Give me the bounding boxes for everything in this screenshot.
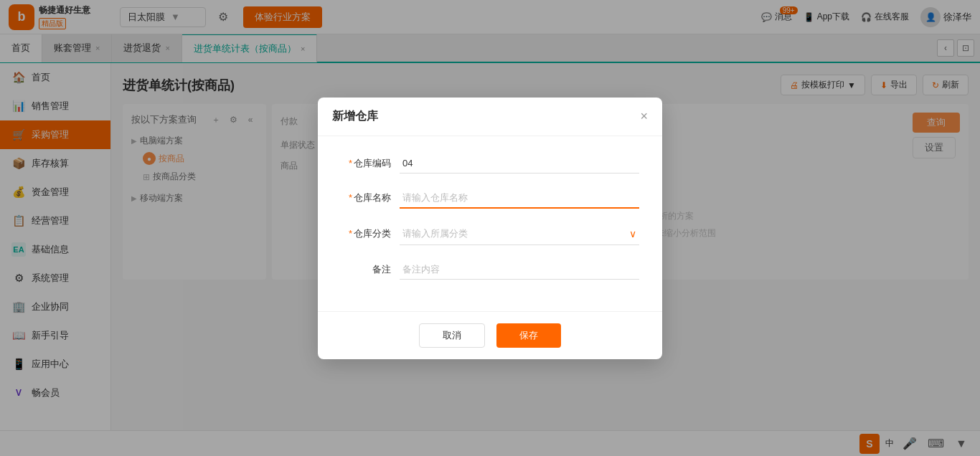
modal-header: 新增仓库 × [318, 98, 662, 136]
cancel-button[interactable]: 取消 [419, 323, 485, 348]
form-row-code: *仓库编码 [341, 153, 639, 174]
required-star-code: * [349, 158, 352, 168]
form-label-remark: 备注 [341, 263, 391, 276]
modal-footer: 取消 保存 [318, 311, 662, 359]
warehouse-name-input[interactable] [400, 188, 639, 209]
form-row-name: *仓库名称 [341, 188, 639, 209]
form-row-category: *仓库分类 请输入所属分类 ∨ [341, 223, 639, 245]
warehouse-remark-input[interactable] [400, 260, 639, 280]
modal-overlay: 新增仓库 × *仓库编码 *仓库名称 *仓库分类 [0, 0, 980, 456]
modal-body: *仓库编码 *仓库名称 *仓库分类 请输入所属分类 ∨ [318, 136, 662, 311]
modal-title: 新增仓库 [332, 109, 378, 124]
save-button[interactable]: 保存 [496, 323, 561, 348]
modal-add-warehouse: 新增仓库 × *仓库编码 *仓库名称 *仓库分类 [318, 98, 662, 359]
warehouse-category-select[interactable]: 请输入所属分类 ∨ [400, 223, 639, 245]
warehouse-code-input[interactable] [400, 153, 639, 174]
category-dropdown-arrow: ∨ [629, 228, 636, 239]
modal-close-btn[interactable]: × [640, 110, 648, 123]
form-label-name: *仓库名称 [341, 191, 391, 204]
form-label-code: *仓库编码 [341, 157, 391, 170]
form-label-category: *仓库分类 [341, 227, 391, 240]
required-star-category: * [349, 228, 352, 239]
category-placeholder: 请输入所属分类 [402, 227, 629, 240]
required-star-name: * [349, 192, 352, 203]
form-row-remark: 备注 [341, 260, 639, 280]
